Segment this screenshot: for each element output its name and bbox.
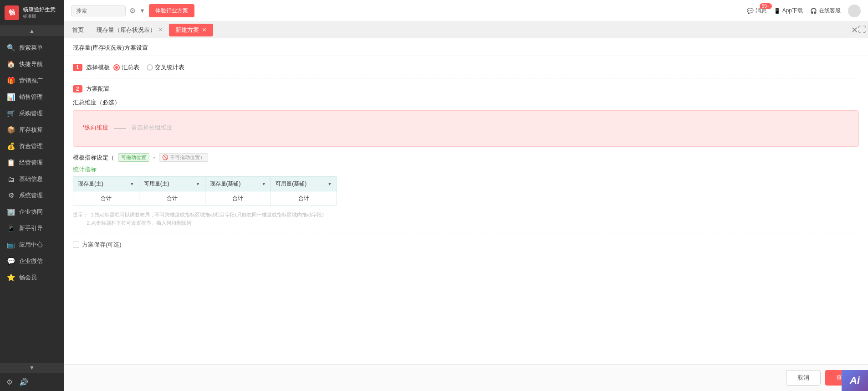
scroll-up-btn[interactable]: ▲ bbox=[0, 26, 64, 36]
col-label: 可用量(主) bbox=[144, 180, 169, 188]
tip-1: 提示： 1.拖动标题栏可以调整布局，不可跨维度或指标区域拖动栏目字段(只能在同一… bbox=[73, 211, 859, 218]
sidebar-item-label: 库存核算 bbox=[19, 126, 43, 134]
app-download-btn[interactable]: 📱 App下载 bbox=[774, 7, 803, 15]
topbar-right: 💬 消息 99+ 📱 App下载 🎧 在线客服 bbox=[747, 5, 861, 17]
sidebar: 畅 畅康通好生意 标准版 ▲ 🔍 搜索菜单 🏠 快捷导航 🎁 营销推广 📊 销售… bbox=[0, 0, 64, 391]
sidebar-item-enterprise[interactable]: 🏢 企业协同 bbox=[0, 204, 64, 220]
non-draggable-icon: 🚫 bbox=[162, 154, 168, 160]
cancel-button[interactable]: 取消 bbox=[786, 370, 821, 386]
cart-icon: 🛒 bbox=[6, 109, 15, 118]
user-avatar[interactable] bbox=[848, 5, 861, 17]
step1-title: 选择模板 bbox=[86, 63, 110, 72]
sidebar-item-finance[interactable]: 💰 资金管理 bbox=[0, 138, 64, 154]
radio-cross[interactable]: 交叉统计表 bbox=[147, 63, 184, 72]
chevron-down-icon[interactable]: ▼ bbox=[327, 181, 332, 186]
tab-label: 现存量（库存状况表） bbox=[97, 26, 156, 34]
radio-cross-circle bbox=[147, 64, 153, 71]
topbar-gear-icon[interactable]: ⚙ bbox=[129, 6, 136, 15]
sidebar-item-system[interactable]: ⚙ 系统管理 bbox=[0, 187, 64, 204]
indicator-prefix: 模板指标设定（ bbox=[73, 154, 114, 162]
sidebar-item-inventory[interactable]: 📦 库存核算 bbox=[0, 122, 64, 138]
non-draggable-label: 不可拖动位置） bbox=[170, 154, 205, 161]
chart-icon: 📊 bbox=[6, 93, 15, 101]
chat-icon: 💬 bbox=[6, 257, 15, 265]
radio-summary-label: 汇总表 bbox=[122, 63, 139, 72]
folder-icon: 🗂 bbox=[6, 175, 15, 183]
search-icon: 🔍 bbox=[6, 44, 15, 52]
message-icon: 💬 bbox=[747, 8, 754, 14]
message-badge: 99+ bbox=[760, 3, 772, 9]
tab-home[interactable]: 首页 bbox=[66, 23, 90, 37]
radio-summary[interactable]: 汇总表 bbox=[113, 63, 139, 72]
tab-close-icon[interactable]: ✕ bbox=[158, 27, 163, 33]
window-expand-icon[interactable]: ⛶ bbox=[858, 25, 866, 35]
col-current-main[interactable]: 现存量(主) ▼ bbox=[73, 177, 139, 191]
message-btn[interactable]: 💬 消息 99+ bbox=[747, 7, 766, 15]
window-close-icon[interactable]: ✕ bbox=[851, 25, 858, 35]
sound-icon[interactable]: 🔊 bbox=[19, 378, 28, 386]
industry-solution-button[interactable]: 体验行业方案 bbox=[149, 4, 194, 17]
customer-service-label: 在线客服 bbox=[819, 7, 841, 15]
sidebar-item-wechat[interactable]: 💬 企业微信 bbox=[0, 253, 64, 269]
tabs-bar: 首页 现存量（库存状况表） ✕ 新建方案 ✕ ✕ ⛶ bbox=[64, 22, 868, 38]
topbar: ⚙ ▼ 体验行业方案 💬 消息 99+ 📱 App下载 🎧 在线客服 bbox=[64, 0, 868, 22]
chevron-down-icon[interactable]: ▼ bbox=[196, 181, 200, 186]
sidebar-item-quick-nav[interactable]: 🏠 快捷导航 bbox=[0, 56, 64, 72]
sidebar-item-operations[interactable]: 📋 经营管理 bbox=[0, 154, 64, 171]
home-icon: 🏠 bbox=[6, 60, 15, 68]
tab-inventory-status[interactable]: 现存量（库存状况表） ✕ bbox=[90, 23, 169, 37]
tab-new-label: 新建方案 bbox=[175, 26, 199, 34]
sidebar-item-app-center[interactable]: 📺 应用中心 bbox=[0, 237, 64, 253]
tip-2: 2.点击标题栏下拉可设置排序、插入列和删除列 bbox=[73, 220, 859, 226]
gear-icon: ⚙ bbox=[6, 191, 15, 200]
col-label: 现存量(主) bbox=[78, 180, 103, 188]
sidebar-item-newbie[interactable]: 📱 新手引导 bbox=[0, 220, 64, 237]
dropdown-icon[interactable]: ▼ bbox=[139, 7, 145, 14]
dimension-dash: —— bbox=[114, 124, 126, 131]
main-area: ⚙ ▼ 体验行业方案 💬 消息 99+ 📱 App下载 🎧 在线客服 首页 现存 bbox=[64, 0, 868, 391]
step1-header: 1 选择模板 汇总表 交叉统计表 bbox=[73, 63, 859, 72]
step2-title: 方案配置 bbox=[86, 85, 110, 93]
indicator-sep: ▪ bbox=[153, 154, 155, 161]
scroll-down-btn[interactable]: ▼ bbox=[0, 363, 64, 373]
sidebar-item-basic[interactable]: 🗂 基础信息 bbox=[0, 171, 64, 187]
sidebar-item-marketing[interactable]: 🎁 营销推广 bbox=[0, 72, 64, 89]
col-available-main[interactable]: 可用量(主) ▼ bbox=[139, 177, 205, 191]
headset-icon: 🎧 bbox=[810, 8, 817, 14]
sidebar-item-search[interactable]: 🔍 搜索菜单 bbox=[0, 40, 64, 56]
stats-table-row: 合计 合计 合计 合计 bbox=[73, 191, 337, 206]
col-available-aux[interactable]: 可用量(基辅) ▼ bbox=[271, 177, 337, 191]
app-logo: 畅 bbox=[5, 5, 19, 20]
summary-dimension-label: 汇总维度（必选） bbox=[73, 98, 859, 107]
draggable-badge: 可拖动位置 bbox=[118, 153, 149, 162]
save-option-row: 方案保存(可选) bbox=[73, 241, 859, 249]
vertical-dimension-label: *纵向维度 bbox=[82, 123, 108, 132]
customer-service-btn[interactable]: 🎧 在线客服 bbox=[810, 7, 841, 15]
dimension-area[interactable]: *纵向维度 —— 请选择分组维度 bbox=[73, 110, 859, 147]
cell-2: 合计 bbox=[205, 191, 271, 206]
sidebar-item-label: 应用中心 bbox=[19, 241, 43, 249]
settings-icon[interactable]: ⚙ bbox=[6, 378, 13, 386]
stats-table: 现存量(主) ▼ 可用量(主) ▼ 现存量(基辅) ▼ 可用量(基辅) bbox=[73, 176, 337, 206]
phone-icon: 📱 bbox=[6, 224, 15, 232]
chevron-down-icon[interactable]: ▼ bbox=[130, 181, 134, 186]
sidebar-item-member[interactable]: ⭐ 畅会员 bbox=[0, 269, 64, 286]
chevron-down-icon[interactable]: ▼ bbox=[261, 181, 266, 186]
content-area: 现存量(库存状况表)方案设置 1 选择模板 汇总表 交叉统计表 bbox=[64, 38, 868, 364]
search-input[interactable] bbox=[71, 5, 126, 16]
ai-badge[interactable]: Ai bbox=[842, 370, 868, 391]
sidebar-item-label: 销售管理 bbox=[19, 93, 43, 101]
clipboard-icon: 📋 bbox=[6, 159, 15, 167]
tab-new-close-icon[interactable]: ✕ bbox=[202, 26, 207, 33]
tab-new-schema[interactable]: 新建方案 ✕ bbox=[169, 24, 213, 36]
sidebar-item-sales[interactable]: 📊 销售管理 bbox=[0, 89, 64, 105]
save-checkbox[interactable] bbox=[73, 242, 79, 248]
dimension-row: *纵向维度 —— 请选择分组维度 bbox=[82, 123, 849, 132]
sidebar-item-label: 新手引导 bbox=[19, 224, 43, 232]
col-label: 可用量(基辅) bbox=[276, 180, 306, 188]
sidebar-item-purchase[interactable]: 🛒 采购管理 bbox=[0, 105, 64, 122]
cell-0: 合计 bbox=[73, 191, 139, 206]
col-current-aux[interactable]: 现存量(基辅) ▼ bbox=[205, 177, 271, 191]
schema-content: 1 选择模板 汇总表 交叉统计表 2 方案配置 bbox=[64, 56, 868, 260]
tips-area: 提示： 1.拖动标题栏可以调整布局，不可跨维度或指标区域拖动栏目字段(只能在同一… bbox=[73, 211, 859, 226]
